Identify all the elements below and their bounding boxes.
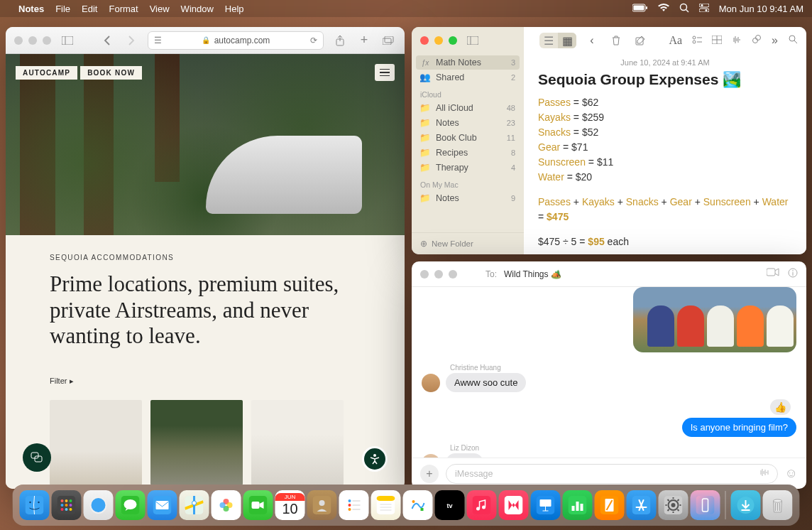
format-icon[interactable]: Aa — [669, 34, 682, 47]
folder-book-club[interactable]: 📁Book Club11 — [412, 130, 524, 145]
audio-message-icon[interactable] — [759, 468, 770, 479]
tabs-icon[interactable] — [380, 33, 396, 48]
view-toggle[interactable]: ☰ ▦ — [539, 33, 576, 48]
dock-mail[interactable] — [148, 490, 177, 520]
dock-safari[interactable] — [84, 490, 114, 520]
menu-format[interactable]: Format — [109, 4, 138, 14]
chat-fab-icon[interactable] — [23, 443, 51, 472]
svg-point-60 — [220, 502, 226, 508]
dock-appstore[interactable] — [627, 490, 657, 520]
link-icon[interactable] — [752, 34, 762, 47]
svg-rect-9 — [62, 36, 73, 45]
trash-icon[interactable] — [608, 32, 625, 49]
dock-reminders[interactable] — [339, 490, 369, 520]
dock-freeform[interactable] — [403, 490, 433, 520]
dock-keynote[interactable] — [531, 490, 561, 520]
grid-view-icon[interactable]: ▦ — [558, 33, 576, 48]
menu-view[interactable]: View — [150, 4, 170, 14]
menu-edit[interactable]: Edit — [82, 4, 97, 14]
menu-help[interactable]: Help — [225, 4, 244, 14]
dock-tv[interactable]: tv — [435, 490, 465, 520]
folder-shared[interactable]: 👥 Shared 2 — [412, 70, 524, 85]
control-center-icon[interactable] — [699, 4, 709, 14]
folder-all-icloud[interactable]: 📁All iCloud48 — [412, 100, 524, 115]
window-controls[interactable] — [420, 270, 457, 278]
dock-facetime[interactable] — [243, 490, 273, 520]
messages-thread[interactable]: Christine Huang Awww soo cute 👍 Is anyon… — [412, 287, 806, 458]
avatar[interactable] — [422, 374, 440, 392]
avatar[interactable] — [422, 454, 440, 458]
page-settings-icon[interactable]: ☰ — [154, 36, 162, 45]
sidebar-toggle-icon[interactable] — [464, 32, 481, 49]
dock-trash[interactable] — [763, 490, 793, 520]
audio-icon[interactable] — [732, 34, 742, 47]
search-icon[interactable] — [788, 34, 798, 47]
window-controls[interactable] — [420, 36, 457, 45]
compose-icon[interactable] — [632, 32, 649, 49]
dock-music[interactable] — [467, 490, 497, 520]
wifi-icon[interactable] — [658, 4, 669, 14]
reload-icon[interactable]: ⟳ — [310, 36, 317, 45]
dock-settings[interactable] — [659, 490, 688, 520]
checklist-icon[interactable] — [692, 34, 702, 47]
emoji-picker-icon[interactable]: ☺ — [785, 466, 798, 481]
section-on-my-mac[interactable]: On My Mac — [412, 175, 524, 190]
more-icon[interactable]: » — [772, 34, 778, 47]
url-bar[interactable]: ☰ 🔒 autocamp.com ⟳ — [148, 31, 324, 50]
folder-local-notes[interactable]: 📁Notes9 — [412, 190, 524, 205]
forward-button[interactable] — [124, 33, 139, 48]
message-bubble[interactable]: I am! — [446, 453, 483, 458]
dock-numbers[interactable] — [563, 490, 593, 520]
shared-photo[interactable] — [633, 287, 796, 352]
accessibility-icon[interactable] — [362, 446, 388, 472]
dock-launchpad[interactable] — [52, 490, 82, 520]
battery-icon[interactable] — [632, 4, 648, 14]
listing-card[interactable] — [251, 400, 344, 485]
back-button[interactable] — [99, 33, 115, 48]
folder-recipes[interactable]: 📁Recipes8 — [412, 145, 524, 160]
share-icon[interactable] — [332, 33, 348, 48]
new-folder-button[interactable]: ⊕New Folder — [412, 232, 524, 254]
dock-maps[interactable] — [180, 490, 209, 520]
dock-iphone-mirror[interactable] — [691, 490, 720, 520]
folder-math-notes[interactable]: ƒx Math Notes 3 — [416, 55, 520, 70]
listing-card[interactable] — [150, 400, 243, 485]
filter-toggle[interactable]: Filter ▸ — [6, 377, 405, 386]
menu-file[interactable]: File — [55, 4, 70, 14]
back-icon[interactable]: ‹ — [583, 32, 600, 49]
info-icon[interactable] — [788, 268, 798, 280]
new-tab-icon[interactable]: + — [356, 33, 372, 48]
folder-therapy[interactable]: 📁Therapy4 — [412, 160, 524, 175]
attach-button[interactable]: + — [420, 465, 439, 483]
list-view-icon[interactable]: ☰ — [539, 33, 558, 48]
dock-photos[interactable] — [212, 490, 241, 520]
dock-messages[interactable] — [116, 490, 146, 520]
dock-pages[interactable] — [595, 490, 625, 520]
dock-news[interactable] — [499, 490, 529, 520]
menubar-clock[interactable]: Mon Jun 10 9:41 AM — [719, 4, 803, 14]
menubar-app[interactable]: Notes — [18, 4, 44, 14]
dock-contacts[interactable] — [307, 490, 337, 520]
message-bubble[interactable]: Awww soo cute — [446, 373, 526, 392]
dock-notes[interactable] — [371, 490, 401, 520]
dock-downloads[interactable] — [731, 490, 761, 520]
tapback-reaction[interactable]: 👍 — [422, 399, 791, 415]
note-editor[interactable]: June 10, 2024 at 9:41 AM Sequoia Group E… — [524, 27, 806, 254]
conversation-name[interactable]: Wild Things 🏕️ — [504, 269, 561, 279]
message-input[interactable]: iMessage — [446, 464, 778, 484]
window-controls[interactable] — [14, 36, 51, 45]
dock-calendar[interactable]: JUN10 — [275, 490, 305, 520]
folder-notes[interactable]: 📁Notes23 — [412, 115, 524, 130]
sidebar-toggle-icon[interactable] — [60, 33, 75, 48]
section-icloud[interactable]: iCloud — [412, 85, 524, 100]
table-icon[interactable] — [712, 34, 722, 47]
facetime-icon[interactable] — [767, 268, 779, 280]
listing-card[interactable] — [50, 400, 142, 485]
hamburger-menu[interactable] — [375, 64, 395, 81]
brand-logo[interactable]: AUTOCAMP — [16, 66, 77, 80]
menu-window[interactable]: Window — [181, 4, 214, 14]
dock-finder[interactable] — [20, 490, 50, 520]
message-bubble-sent[interactable]: Is anyone bringing film? — [682, 418, 796, 437]
spotlight-icon[interactable] — [679, 3, 689, 15]
book-now-button[interactable]: BOOK NOW — [80, 66, 142, 80]
